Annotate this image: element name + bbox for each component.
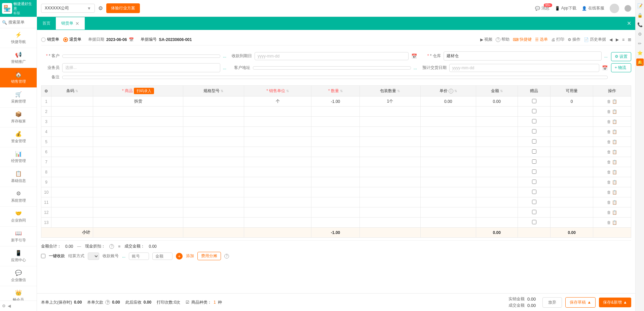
row-barcode[interactable] — [51, 147, 93, 157]
view-list[interactable]: ≡ — [622, 37, 624, 42]
sidebar-item-basic[interactable]: 📋 基础信息 — [0, 167, 37, 187]
history-btn[interactable]: 📄 历史单据 — [584, 37, 606, 42]
due-date-input[interactable]: yyyy-mm-dd — [255, 52, 409, 60]
customer-addr-input[interactable] — [253, 66, 411, 70]
right-icon-star[interactable]: ⭐ — [636, 49, 644, 56]
warehouse-select-btn[interactable]: ... — [604, 54, 608, 59]
row-price[interactable] — [420, 157, 476, 167]
app-download-item[interactable]: 📱 App下载 — [555, 5, 576, 11]
copy-row-icon[interactable]: 📋 — [612, 190, 617, 195]
row-gift[interactable] — [518, 107, 551, 117]
row-pack-qty[interactable] — [359, 127, 420, 137]
row-spec[interactable] — [183, 207, 244, 218]
row-amount[interactable] — [476, 107, 518, 117]
account-dots[interactable]: ... — [122, 254, 125, 259]
row-amount[interactable] — [476, 147, 518, 157]
row-barcode[interactable] — [51, 197, 93, 207]
copy-row-icon[interactable]: 📋 — [612, 160, 617, 164]
row-price[interactable] — [420, 187, 476, 197]
row-unit[interactable] — [244, 197, 311, 207]
row-product[interactable] — [93, 107, 183, 117]
discount-info-icon[interactable]: ? — [109, 244, 114, 249]
row-pack-qty[interactable] — [359, 167, 420, 177]
delete-row-icon[interactable]: 🗑 — [607, 150, 611, 154]
row-pack-qty[interactable] — [359, 197, 420, 207]
sales-person-input[interactable]: 选择... — [62, 63, 220, 72]
copy-row-icon[interactable]: 📋 — [612, 170, 617, 174]
row-spec[interactable] — [183, 107, 244, 117]
row-gift[interactable] — [518, 127, 551, 137]
trial-button[interactable]: 体验行业方案 — [106, 3, 140, 13]
right-icon-pencil[interactable]: ✏ — [636, 40, 644, 47]
row-gift[interactable] — [518, 117, 551, 127]
tab-sales-order[interactable]: 销货单 ✕ — [56, 17, 85, 30]
row-spec[interactable] — [183, 117, 244, 127]
delete-row-icon[interactable]: 🗑 — [607, 129, 611, 134]
row-price[interactable] — [420, 107, 476, 117]
pack-sort-icon[interactable]: ⇅ — [397, 89, 400, 93]
sidebar-item-wechat[interactable]: 💬 企业微信 — [0, 266, 37, 286]
delete-row-icon[interactable]: 🗑 — [607, 190, 611, 195]
customer-select-btn[interactable]: ... — [223, 54, 226, 59]
row-product[interactable] — [93, 157, 183, 167]
row-price[interactable] — [420, 117, 476, 127]
row-pack-qty[interactable] — [359, 218, 420, 228]
row-barcode[interactable] — [51, 177, 93, 187]
sidebar-item-business[interactable]: 📊 经营管理 — [0, 147, 37, 167]
fee-split-button[interactable]: 费用分摊 — [197, 252, 221, 260]
qty-sort-icon[interactable]: ⇅ — [340, 89, 343, 93]
row-product[interactable] — [93, 167, 183, 177]
operate-btn[interactable]: ⚙ 操作 — [568, 37, 580, 42]
row-qty[interactable] — [311, 218, 359, 228]
delete-row-icon[interactable]: 🗑 — [607, 99, 611, 104]
row-product[interactable] — [93, 137, 183, 147]
customer-addr-btn[interactable]: ... — [414, 66, 417, 70]
row-qty[interactable] — [311, 207, 359, 218]
row-pack-qty[interactable] — [359, 137, 420, 147]
row-product[interactable] — [93, 207, 183, 218]
copy-row-icon[interactable]: 📋 — [612, 200, 617, 205]
messages-item[interactable]: 💬 消息 99+ — [535, 5, 550, 11]
settings-icon[interactable]: ⚙ — [2, 304, 6, 308]
row-unit[interactable]: 个 — [244, 96, 311, 107]
barcode-sort-icon[interactable]: ⇅ — [75, 89, 78, 93]
right-icon-alert[interactable]: 🔔 — [636, 59, 644, 66]
row-qty[interactable] — [311, 197, 359, 207]
row-product[interactable] — [93, 117, 183, 127]
fee-info-icon[interactable]: ? — [224, 254, 229, 259]
row-spec[interactable] — [183, 137, 244, 147]
row-unit[interactable] — [244, 147, 311, 157]
warehouse-input[interactable]: 建材仓 — [444, 51, 602, 61]
row-spec[interactable] — [183, 197, 244, 207]
delete-row-icon[interactable]: 🗑 — [607, 170, 611, 174]
row-barcode[interactable] — [51, 96, 93, 107]
expected-date-input[interactable]: yyyy-mm-dd — [449, 64, 599, 72]
balance-info-icon[interactable]: ? — [105, 300, 110, 305]
radio-return[interactable]: 退货单 — [63, 37, 81, 42]
delete-row-icon[interactable]: 🗑 — [607, 140, 611, 144]
sidebar-item-system[interactable]: ⚙ 系统管理 — [0, 187, 37, 207]
row-gift[interactable] — [518, 147, 551, 157]
account-input[interactable] — [129, 252, 149, 260]
row-spec[interactable] — [183, 157, 244, 167]
sidebar-item-finance[interactable]: 💰 资金管理 — [0, 127, 37, 147]
right-icon-settings[interactable]: ⚙ — [636, 30, 644, 38]
set-button[interactable]: ⚙ 设置 — [611, 52, 631, 61]
row-product[interactable] — [93, 187, 183, 197]
row-unit[interactable] — [244, 137, 311, 147]
copy-row-icon[interactable]: 📋 — [612, 140, 617, 144]
row-amount[interactable] — [476, 157, 518, 167]
row-qty[interactable] — [311, 117, 359, 127]
row-gift[interactable] — [518, 197, 551, 207]
row-price[interactable] — [420, 167, 476, 177]
row-barcode[interactable] — [51, 167, 93, 177]
row-amount[interactable] — [476, 207, 518, 218]
sidebar-item-marketing[interactable]: 📢 营销推广 — [0, 48, 37, 68]
row-pack-qty[interactable] — [359, 117, 420, 127]
spec-sort-icon[interactable]: ⇅ — [221, 89, 223, 93]
print-btn[interactable]: 🖨 打印 — [551, 37, 564, 42]
delete-row-icon[interactable]: 🗑 — [607, 160, 611, 164]
radio-sales[interactable]: 销货单 — [41, 37, 59, 42]
row-pack-qty[interactable] — [359, 187, 420, 197]
row-gift[interactable] — [518, 207, 551, 218]
